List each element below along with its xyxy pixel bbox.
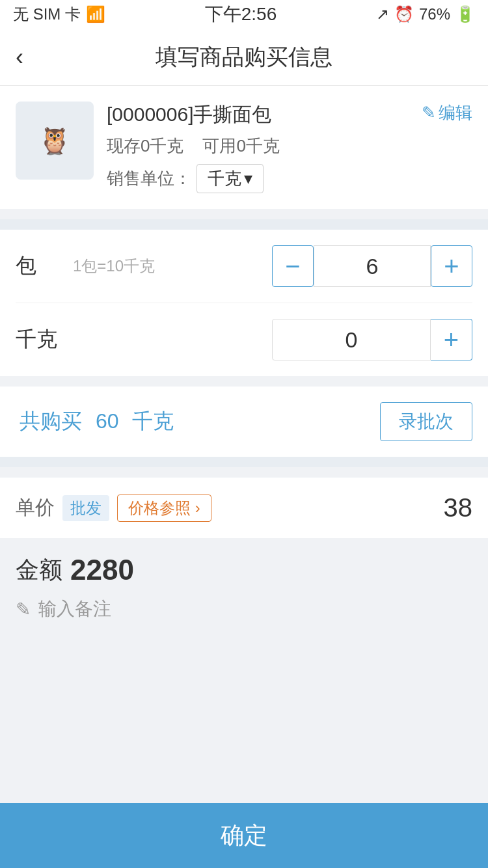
amount-label: 金额 xyxy=(16,554,62,586)
available-value: 可用0千克 xyxy=(202,136,279,156)
edit-icon: ✎ xyxy=(422,103,436,123)
alarm-icon: ⏰ xyxy=(394,5,414,23)
price-value: 38 xyxy=(444,493,473,522)
unit-label: 销售单位： xyxy=(107,167,191,190)
kg-label: 千克 xyxy=(16,325,68,354)
stock-value: 现存0千克 xyxy=(107,136,183,156)
amount-row: 金额 2280 xyxy=(16,554,472,586)
divider-1 xyxy=(0,219,488,230)
price-row: 单价 批发 价格参照 › 38 xyxy=(16,493,472,522)
amount-section: 金额 2280 ✎ 输入备注 xyxy=(0,538,488,637)
kg-controls: + xyxy=(272,319,472,360)
remark-placeholder: 输入备注 xyxy=(38,597,111,621)
bao-controls: − + xyxy=(272,245,472,287)
price-label-group: 单价 批发 价格参照 › xyxy=(16,495,211,522)
total-label: 共购买 xyxy=(20,409,82,433)
no-sim-label: 无 SIM 卡 xyxy=(13,4,81,25)
bao-decrement-button[interactable]: − xyxy=(272,245,314,287)
kg-input-row: 千克 + xyxy=(16,303,472,376)
remark-row[interactable]: ✎ 输入备注 xyxy=(16,597,472,621)
input-section: 包 1包=10千克 − + 千克 + xyxy=(0,230,488,376)
edit-label: 编辑 xyxy=(439,102,472,124)
bao-input[interactable] xyxy=(314,245,431,287)
wifi-icon: 📶 xyxy=(86,5,105,23)
remark-icon: ✎ xyxy=(16,599,31,620)
unit-select[interactable]: 千克 ▾ xyxy=(197,164,264,193)
total-text: 共购买 60 千克 xyxy=(16,407,178,436)
bao-increment-button[interactable]: + xyxy=(431,245,472,287)
bao-input-row: 包 1包=10千克 − + xyxy=(16,230,472,303)
edit-button[interactable]: ✎ 编辑 xyxy=(422,102,472,124)
price-section: 单价 批发 价格参照 › 38 xyxy=(0,478,488,538)
unit-value: 千克 xyxy=(208,167,241,190)
page-title: 填写商品购买信息 xyxy=(156,42,332,72)
dropdown-icon: ▾ xyxy=(244,169,252,189)
price-ref-button[interactable]: 价格参照 › xyxy=(117,495,211,522)
location-icon: ↗ xyxy=(376,5,389,23)
nav-bar: ‹ 填写商品购买信息 xyxy=(0,29,488,86)
bao-label: 包 xyxy=(16,252,68,280)
product-info: [0000006]手撕面包 现存0千克 可用0千克 销售单位： 千克 ▾ xyxy=(107,102,409,193)
back-button[interactable]: ‹ xyxy=(16,44,23,71)
battery-level: 76% xyxy=(419,5,450,23)
product-name: [0000006]手撕面包 xyxy=(107,102,409,128)
product-stock: 现存0千克 可用0千克 xyxy=(107,135,409,157)
status-right: ↗ ⏰ 76% 🔋 xyxy=(376,5,475,23)
product-card: 🦉 [0000006]手撕面包 现存0千克 可用0千克 销售单位： 千克 ▾ ✎… xyxy=(0,86,488,209)
divider-2 xyxy=(0,457,488,467)
total-unit: 千克 xyxy=(132,409,174,433)
bao-hint: 1包=10千克 xyxy=(73,256,155,277)
kg-input[interactable] xyxy=(272,319,431,360)
amount-value: 2280 xyxy=(70,554,134,586)
product-unit-row: 销售单位： 千克 ▾ xyxy=(107,164,409,193)
status-time: 下午2:56 xyxy=(205,2,277,27)
total-amount: 60 xyxy=(96,409,119,433)
status-bar: 无 SIM 卡 📶 下午2:56 ↗ ⏰ 76% 🔋 xyxy=(0,0,488,29)
price-label: 单价 xyxy=(16,495,55,521)
product-thumbnail: 🦉 xyxy=(16,102,94,180)
confirm-button[interactable]: 确定 xyxy=(0,803,488,868)
price-tag: 批发 xyxy=(62,495,109,521)
batch-button[interactable]: 录批次 xyxy=(380,402,472,441)
status-left: 无 SIM 卡 📶 xyxy=(13,4,105,25)
product-logo: 🦉 xyxy=(38,126,71,156)
total-row: 共购买 60 千克 录批次 xyxy=(0,387,488,457)
battery-icon: 🔋 xyxy=(455,5,475,23)
kg-increment-button[interactable]: + xyxy=(431,319,472,360)
